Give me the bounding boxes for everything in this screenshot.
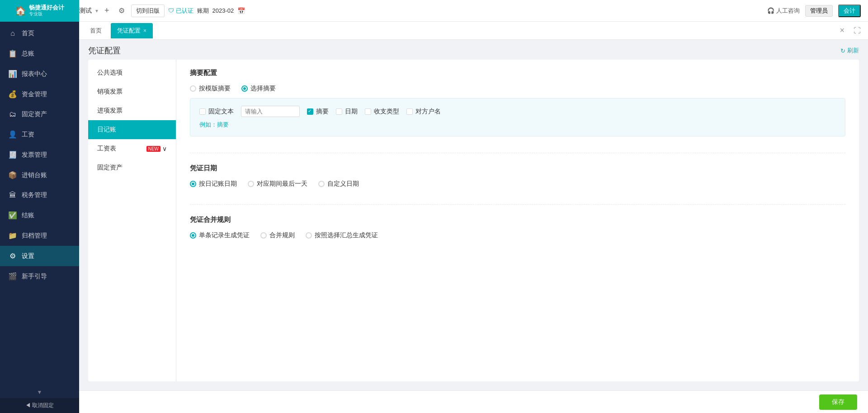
radio-merge-rule[interactable]: 合并规则 (260, 231, 295, 239)
service-icon: 🎧 (767, 7, 774, 14)
radio-single-label: 单条记录生成凭证 (199, 231, 250, 239)
radio-single[interactable]: 单条记录生成凭证 (190, 231, 250, 239)
trade-icon: 📦 (8, 171, 17, 179)
sidebar-item-archive[interactable]: 📁 归档管理 (0, 225, 79, 246)
left-nav-diary-label: 日记账 (97, 126, 116, 133)
sidebar-scroll-down[interactable]: ▼ (0, 386, 79, 398)
new-badge: NEW (146, 146, 160, 152)
newbie-icon: 🎬 (8, 272, 17, 281)
sidebar-item-invoice[interactable]: 🧾 发票管理 (0, 145, 79, 165)
radio-period-last[interactable]: 对应期间最后一天 (248, 180, 307, 188)
sidebar-item-trade[interactable]: 📦 进销台账 (0, 165, 79, 185)
sidebar-item-home[interactable]: ⌂ 首页 (0, 23, 79, 43)
sidebar-item-asset[interactable]: 🗂 固定资产 (0, 104, 79, 124)
checkbox-pay-type[interactable]: 收支类型 (365, 108, 399, 116)
old-version-button[interactable]: 切到旧版 (131, 5, 165, 17)
home-icon: ⌂ (8, 29, 17, 38)
date-radio-group: 按日记账日期 对应期间最后一天 自定义日期 (190, 180, 845, 188)
radio-template-label: 按模版摘要 (199, 84, 231, 93)
ledger-icon: 📋 (8, 49, 17, 58)
checkbox-counterpart[interactable]: 对方户名 (406, 108, 441, 116)
sidebar-item-newbie[interactable]: 🎬 新手引导 (0, 266, 79, 286)
left-nav-sales[interactable]: 销项发票 (88, 82, 176, 101)
sidebar-item-label: 税务管理 (22, 191, 47, 199)
sidebar-item-report[interactable]: 📊 报表中心 (0, 64, 79, 84)
logo-area: 🏠 畅捷通好会计 专业版 (0, 0, 79, 22)
left-nav-diary[interactable]: 日记账 (88, 120, 176, 139)
tab-close-icon[interactable]: × (143, 28, 146, 34)
summary-config-box: 固定文本 摘要 日期 (190, 98, 845, 136)
sidebar-item-label: 进销台账 (22, 171, 47, 179)
radio-merge-rule-circle (260, 232, 267, 239)
payroll-row: 工资表 NEW ∨ (97, 145, 167, 153)
sidebar-item-ledger[interactable]: 📋 总账 (0, 43, 79, 64)
page-body: 公共选项 销项发票 进项发票 日记账 工资表 (88, 60, 859, 381)
radio-select[interactable]: 选择摘要 (241, 84, 276, 93)
bottom-bar: 保存 (79, 390, 868, 413)
tab-home[interactable]: 首页 (83, 23, 109, 38)
checkbox-fixed-text[interactable]: 固定文本 (199, 108, 234, 116)
left-nav-public[interactable]: 公共选项 (88, 63, 176, 82)
radio-custom-date-label: 自定义日期 (327, 180, 359, 188)
cancel-fixed-button[interactable]: ◀ 取消固定 (0, 398, 79, 413)
chevron-down-icon[interactable]: ▾ (95, 8, 98, 14)
archive-icon: 📁 (8, 231, 17, 240)
page-content: 凭证配置 ↻ 刷新 公共选项 销项发票 进项发票 (79, 40, 868, 413)
left-nav-payroll[interactable]: 工资表 NEW ∨ (88, 139, 176, 158)
radio-diary-date[interactable]: 按日记账日期 (190, 180, 237, 188)
sidebar-item-salary[interactable]: 👤 工资 (0, 124, 79, 145)
verified-icon: 🛡 (168, 7, 174, 14)
page-header: 凭证配置 ↻ 刷新 (79, 40, 868, 60)
topbar-title: 测试 (79, 7, 92, 15)
radio-select-circle (241, 85, 248, 92)
summary-radio-group: 按模版摘要 选择摘要 (190, 84, 845, 93)
radio-merge-rule-label: 合并规则 (269, 231, 295, 239)
sidebar-item-label: 归档管理 (22, 232, 47, 240)
checkbox-date-label: 日期 (345, 108, 358, 116)
logo-company: 畅捷通好会计 (29, 4, 64, 11)
calendar-icon[interactable]: 📅 (237, 7, 245, 14)
radio-custom-date[interactable]: 自定义日期 (318, 180, 359, 188)
service-label: 人工咨询 (776, 7, 800, 15)
radio-select-merge[interactable]: 按照选择汇总生成凭证 (306, 231, 378, 239)
add-button[interactable]: + (102, 5, 112, 16)
sidebar-item-settings[interactable]: ⚙ 设置 (0, 246, 79, 266)
sidebar: ⌂ 首页 📋 总账 📊 报表中心 💰 资金管理 🗂 固定资产 👤 工资 🧾 发票… (0, 22, 79, 413)
checkbox-summary-label: 摘要 (316, 108, 329, 116)
radio-select-merge-label: 按照选择汇总生成凭证 (315, 231, 378, 239)
sidebar-item-tax[interactable]: 🏛 税务管理 (0, 185, 79, 205)
sidebar-item-capital[interactable]: 💰 资金管理 (0, 84, 79, 104)
admin-button[interactable]: 管理员 (805, 5, 833, 17)
checkbox-summary[interactable]: 摘要 (307, 108, 329, 116)
left-nav-sales-label: 销项发票 (97, 88, 123, 95)
sidebar-item-label: 固定资产 (22, 110, 47, 118)
left-nav-fixed-asset[interactable]: 固定资产 (88, 158, 176, 177)
sidebar-item-label: 结账 (22, 211, 34, 220)
save-button[interactable]: 保存 (819, 394, 857, 410)
checkbox-fixed-text-box (199, 108, 206, 115)
radio-period-last-label: 对应期间最后一天 (257, 180, 307, 188)
invoice-icon: 🧾 (8, 150, 17, 159)
sidebar-item-label: 资金管理 (22, 90, 47, 99)
checkbox-date[interactable]: 日期 (336, 108, 358, 116)
capital-icon: 💰 (8, 90, 17, 99)
radio-template[interactable]: 按模版摘要 (190, 84, 231, 93)
refresh-button[interactable]: ↻ 刷新 (840, 47, 859, 55)
fixed-text-input[interactable] (241, 106, 300, 117)
sidebar-item-checkout[interactable]: ✅ 结账 (0, 205, 79, 225)
window-close-button[interactable]: × (836, 25, 848, 36)
sidebar-item-label: 总账 (22, 50, 34, 58)
radio-template-circle (190, 85, 196, 92)
topbar: 🏠 畅捷通好会计 专业版 测试 ▾ + ⚙ 切到旧版 🛡 已认证 账期 2023… (0, 0, 868, 22)
left-nav-purchase[interactable]: 进项发票 (88, 101, 176, 120)
fullscreen-button[interactable]: ⛶ (850, 25, 864, 36)
tab-active-label: 凭证配置 (117, 27, 141, 35)
gear-icon[interactable]: ⚙ (116, 5, 127, 16)
sidebar-item-label: 发票管理 (22, 151, 47, 159)
example-text: 例如：摘要 (199, 121, 836, 129)
accountant-button[interactable]: 会计 (838, 5, 861, 17)
tab-bar-right: × ⛶ (836, 25, 864, 36)
checkbox-counterpart-box (406, 108, 413, 115)
tab-voucher-config[interactable]: 凭证配置 × (111, 23, 153, 38)
service-button[interactable]: 🎧 人工咨询 (767, 7, 800, 15)
